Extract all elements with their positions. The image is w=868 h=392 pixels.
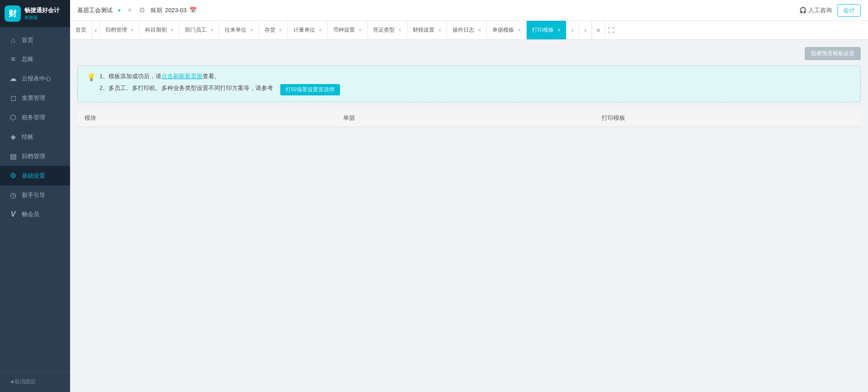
calendar-icon[interactable]: 📅 bbox=[189, 7, 197, 14]
home-icon: ⌂ bbox=[9, 36, 17, 44]
sidebar-item-label: 结账 bbox=[22, 133, 33, 141]
tab-close-icon[interactable]: × bbox=[210, 27, 213, 33]
notice-line1-text: 1、模板添加成功后，请点击刷新新页面查看。 bbox=[99, 72, 220, 80]
tab-close-icon[interactable]: × bbox=[279, 27, 282, 33]
sidebar: 财 畅捷通好会计 体验版 ⌂ 首页 ≡ 总账 ☁ 云报表中心 ◻ 发票管理 ⬡ … bbox=[0, 0, 70, 392]
lock-icon: ◈ bbox=[9, 132, 17, 141]
unpin-label: ◄取消固定 bbox=[9, 378, 36, 386]
col-single: 单据 bbox=[336, 109, 594, 127]
logo-icon: 财 bbox=[5, 5, 21, 22]
dropdown-icon[interactable]: ▾ bbox=[118, 7, 121, 14]
scene-btn[interactable]: 打印场景设置宣说明 bbox=[280, 84, 340, 95]
tab-nav-back[interactable]: ‹ bbox=[92, 21, 100, 40]
tab-close-icon[interactable]: × bbox=[478, 27, 481, 33]
ledger-icon: ≡ bbox=[9, 55, 17, 63]
tax-icon: ⬡ bbox=[9, 113, 17, 122]
hide-template-btn-container: 隐藏预置模板设置 bbox=[77, 47, 861, 60]
tab-bar: 首页 ‹ 归档管理 × 科目期初 × 部门员工 × 往来单位 × 存货 × 计量… bbox=[70, 21, 868, 40]
tab-close-icon[interactable]: × bbox=[319, 27, 322, 33]
tab-label: 部门员工 bbox=[185, 26, 207, 34]
account-label: 会计 bbox=[843, 7, 855, 14]
settings-icon: ⚙ bbox=[9, 171, 17, 180]
col-print-template: 打印模板 bbox=[594, 109, 861, 127]
invoice-icon: ◻ bbox=[9, 94, 17, 102]
sidebar-item-label: 发票管理 bbox=[22, 94, 45, 102]
notice-prefix: 1、模板添加成功后，请 bbox=[99, 73, 161, 80]
tab-close-active-icon[interactable]: × bbox=[557, 27, 561, 33]
tab-unit[interactable]: 计量单位 × bbox=[288, 21, 328, 40]
sidebar-item-ledger[interactable]: ≡ 总账 bbox=[0, 50, 70, 69]
support-label: 人工咨询 bbox=[808, 6, 832, 14]
logo-area: 财 畅捷通好会计 体验版 bbox=[0, 0, 70, 27]
tab-inventory[interactable]: 存货 × bbox=[259, 21, 288, 40]
tab-nav-next-button[interactable]: › bbox=[579, 21, 592, 40]
notice-line-2: 💡 2、多员工、多打印机、多种业务类型设置不同打印方案等，请参考 打印场景设置宣… bbox=[87, 84, 851, 95]
sidebar-item-label: 归档管理 bbox=[22, 152, 45, 161]
refresh-link[interactable]: 点击刷新新页面 bbox=[161, 73, 203, 80]
sidebar-item-closing[interactable]: ◈ 结账 bbox=[0, 127, 70, 146]
sidebar-item-guide[interactable]: ◷ 新手引导 bbox=[0, 185, 70, 205]
sidebar-item-home[interactable]: ⌂ 首页 bbox=[0, 31, 70, 50]
sidebar-item-archive[interactable]: ▤ 归档管理 bbox=[0, 146, 70, 166]
tab-label: 首页 bbox=[75, 26, 86, 34]
tab-department[interactable]: 部门员工 × bbox=[179, 21, 219, 40]
sidebar-item-reports[interactable]: ☁ 云报表中心 bbox=[0, 69, 70, 88]
tab-close-icon[interactable]: × bbox=[359, 27, 362, 33]
tab-counterpart[interactable]: 往来单位 × bbox=[219, 21, 259, 40]
notice-line2-prefix: 2、多员工、多打印机、多种业务类型设置不同打印方案等，请参考 bbox=[99, 84, 273, 92]
hide-template-button[interactable]: 隐藏预置模板设置 bbox=[805, 47, 861, 60]
notice-line-1: 💡 1、模板添加成功后，请点击刷新新页面查看。 bbox=[87, 72, 851, 81]
tab-close-icon[interactable]: × bbox=[170, 27, 174, 33]
sidebar-footer-unpin[interactable]: ◄取消固定 bbox=[0, 371, 70, 392]
member-icon: V bbox=[9, 210, 17, 218]
col-module: 模块 bbox=[77, 109, 336, 127]
tab-subjects[interactable]: 科目期初 × bbox=[140, 21, 179, 40]
sidebar-item-label: 首页 bbox=[22, 36, 33, 44]
bulb-icon: 💡 bbox=[87, 73, 96, 81]
table-header-row: 模块 单据 打印模板 bbox=[77, 109, 861, 127]
sidebar-item-tax[interactable]: ⬡ 税务管理 bbox=[0, 108, 70, 127]
tab-label: 归档管理 bbox=[105, 26, 127, 34]
tab-label: 打印模板 bbox=[532, 26, 554, 34]
tab-nav-prev-button[interactable]: ‹ bbox=[566, 21, 579, 40]
tab-tax-settings[interactable]: 财税设置 × bbox=[407, 21, 447, 40]
tab-home[interactable]: 首页 bbox=[70, 21, 92, 40]
support-button[interactable]: 🎧 人工咨询 bbox=[799, 6, 832, 14]
print-template-table: 模块 单据 打印模板 bbox=[77, 109, 861, 127]
sidebar-nav: ⌂ 首页 ≡ 总账 ☁ 云报表中心 ◻ 发票管理 ⬡ 税务管理 ◈ 结账 ▤ 归… bbox=[0, 27, 70, 371]
tab-close-icon[interactable]: × bbox=[398, 27, 401, 33]
settings-gear-icon[interactable]: ⚙ bbox=[139, 6, 145, 14]
tab-operation-log[interactable]: 操作日志 × bbox=[447, 21, 487, 40]
tab-expand-button[interactable]: ⛶ bbox=[604, 21, 617, 40]
period-selector: 账期 2023-03 📅 bbox=[151, 6, 197, 14]
sidebar-item-settings[interactable]: ⚙ 基础设置 bbox=[0, 166, 70, 185]
tab-close-icon[interactable]: × bbox=[250, 27, 253, 33]
tab-label: 计量单位 bbox=[293, 26, 315, 34]
sidebar-item-label: 税务管理 bbox=[22, 113, 45, 122]
sidebar-item-invoice[interactable]: ◻ 发票管理 bbox=[0, 88, 70, 108]
sidebar-item-label: 基础设置 bbox=[22, 172, 45, 180]
sidebar-item-member[interactable]: V 畅会员 bbox=[0, 205, 70, 224]
tab-currency[interactable]: 币种设置 × bbox=[328, 21, 368, 40]
tab-print-template[interactable]: 打印模板 × bbox=[527, 21, 566, 40]
tab-label: 科目期初 bbox=[145, 26, 167, 34]
tab-close-icon[interactable]: × bbox=[518, 27, 521, 33]
sidebar-item-label: 总账 bbox=[22, 55, 33, 63]
add-tab-button[interactable]: ＋ bbox=[126, 5, 133, 15]
sidebar-item-label: 云报表中心 bbox=[22, 75, 51, 83]
period-value[interactable]: 2023-03 bbox=[165, 7, 187, 14]
tab-close-icon[interactable]: × bbox=[131, 27, 134, 33]
content-area: 隐藏预置模板设置 💡 1、模板添加成功后，请点击刷新新页面查看。 💡 2、多员工… bbox=[70, 40, 868, 392]
sidebar-item-label: 畅会员 bbox=[22, 210, 39, 218]
tab-label: 存货 bbox=[264, 26, 275, 34]
tab-close-all-button[interactable]: × bbox=[592, 21, 604, 40]
account-button[interactable]: 会计 bbox=[837, 4, 861, 17]
notice-box: 💡 1、模板添加成功后，请点击刷新新页面查看。 💡 2、多员工、多打印机、多种业… bbox=[77, 66, 861, 102]
tab-close-icon[interactable]: × bbox=[438, 27, 441, 33]
headset-icon: 🎧 bbox=[799, 7, 807, 14]
tab-voucher[interactable]: 凭证类型 × bbox=[368, 21, 407, 40]
company-name: 基层工会测试 bbox=[77, 6, 113, 14]
cloud-icon: ☁ bbox=[9, 74, 17, 83]
tab-archive[interactable]: 归档管理 × bbox=[100, 21, 140, 40]
tab-single-template[interactable]: 单据模板 × bbox=[487, 21, 527, 40]
